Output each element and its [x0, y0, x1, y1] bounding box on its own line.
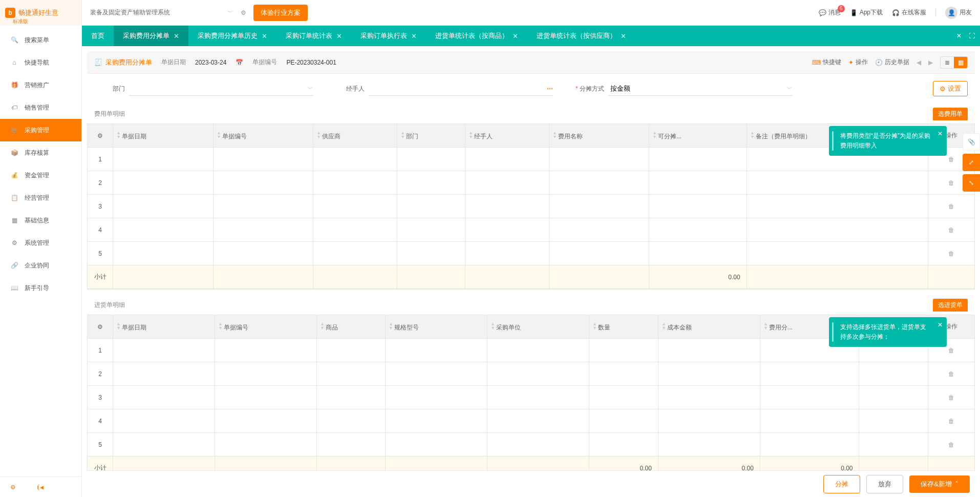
cell[interactable] [214, 171, 314, 195]
cell[interactable] [747, 218, 928, 242]
cell[interactable] [658, 409, 760, 433]
column-header[interactable]: 部门 [397, 124, 465, 148]
expand-icon[interactable]: ⤢ [963, 154, 980, 171]
cell[interactable] [658, 433, 760, 457]
cell[interactable] [465, 171, 549, 195]
delete-icon[interactable]: 🗑 [932, 418, 970, 425]
sort-icon[interactable] [653, 131, 656, 139]
sort-icon[interactable] [751, 131, 754, 139]
delete-icon[interactable]: 🗑 [932, 347, 970, 354]
prev-doc-icon[interactable]: ◀ [917, 59, 921, 66]
cell[interactable] [549, 218, 650, 242]
messages-button[interactable]: 💬 消息 6 [819, 8, 841, 17]
cell[interactable] [113, 242, 214, 265]
tab[interactable]: 进货单统计表（按商品）✕ [426, 26, 527, 46]
system-selector[interactable]: 装备及固定资产辅助管理系统 ﹀ [90, 8, 233, 17]
tab[interactable]: 采购费用分摊单✕ [114, 26, 188, 46]
cell[interactable] [760, 409, 860, 433]
sort-icon[interactable] [317, 131, 320, 139]
cell[interactable] [215, 362, 317, 386]
column-header[interactable]: 单据日期 [113, 315, 215, 339]
cell[interactable] [747, 195, 928, 218]
cell[interactable] [465, 195, 549, 218]
cell[interactable] [317, 386, 386, 409]
dept-input[interactable] [129, 81, 313, 96]
cell[interactable] [215, 339, 317, 362]
cell[interactable] [113, 171, 214, 195]
close-icon[interactable]: ✕ [336, 32, 342, 40]
close-icon[interactable]: ✕ [513, 32, 518, 40]
sidebar-item-cart[interactable]: 🛒采购管理 [0, 119, 81, 141]
cell[interactable] [487, 409, 589, 433]
cell[interactable] [313, 242, 397, 265]
fullscreen-icon[interactable]: ⛶ [969, 32, 975, 39]
more-icon[interactable]: ⋯ [547, 85, 553, 92]
table-row[interactable]: 4🗑 [88, 409, 974, 433]
cell[interactable] [465, 242, 549, 265]
close-icon[interactable]: ✕ [262, 32, 267, 40]
close-all-tabs-icon[interactable]: ✕ [956, 32, 962, 39]
cell[interactable] [386, 339, 487, 362]
cell[interactable] [215, 386, 317, 409]
allocate-button[interactable]: 分摊 [823, 475, 860, 493]
cell[interactable] [649, 148, 747, 171]
delete-icon[interactable]: 🗑 [932, 250, 970, 257]
cell[interactable] [487, 433, 589, 457]
online-service-button[interactable]: 🎧 在线客服 [892, 8, 926, 17]
sidebar-item-book[interactable]: 📖新手引导 [0, 277, 81, 299]
cell[interactable] [215, 433, 317, 457]
cell[interactable] [859, 409, 928, 433]
delete-icon[interactable]: 🗑 [932, 441, 970, 448]
column-header[interactable]: 商品 [317, 315, 386, 339]
sidebar-item-home[interactable]: ⌂快捷导航 [0, 51, 81, 74]
cell[interactable] [214, 218, 314, 242]
cell[interactable] [113, 386, 215, 409]
delete-icon[interactable]: 🗑 [932, 203, 970, 210]
cell[interactable] [549, 242, 650, 265]
tab[interactable]: 采购费用分摊单历史✕ [188, 26, 276, 46]
cell[interactable] [487, 386, 589, 409]
sidebar-item-box[interactable]: 📦库存核算 [0, 141, 81, 164]
tab[interactable]: 采购订单统计表✕ [276, 26, 351, 46]
operate-button[interactable]: ✦操作 [848, 58, 868, 67]
cell[interactable] [589, 409, 658, 433]
cell[interactable] [589, 386, 658, 409]
column-header[interactable]: 单据编号 [215, 315, 317, 339]
save-and-new-button[interactable]: 保存&新增 ˄ [909, 475, 970, 493]
close-icon[interactable]: ✕ [621, 32, 626, 40]
cell[interactable] [397, 195, 465, 218]
close-icon[interactable]: ✕ [174, 32, 179, 40]
handler-input[interactable] [369, 81, 553, 96]
cell[interactable] [113, 218, 214, 242]
cell[interactable] [113, 409, 215, 433]
cell[interactable] [859, 362, 928, 386]
cell[interactable] [549, 171, 650, 195]
chevron-down-icon[interactable]: ﹀ [786, 85, 793, 93]
cell[interactable] [649, 242, 747, 265]
cell[interactable] [487, 362, 589, 386]
table-row[interactable]: 3🗑 [88, 195, 974, 218]
table-row[interactable]: 3🗑 [88, 386, 974, 409]
table-row[interactable]: 4🗑 [88, 218, 974, 242]
cell[interactable] [386, 386, 487, 409]
close-icon[interactable]: ✕ [938, 320, 943, 330]
column-header[interactable]: 供应商 [313, 124, 397, 148]
settings-icon[interactable]: ⚙ [10, 484, 16, 491]
table-row[interactable]: 2🗑 [88, 362, 974, 386]
sidebar-item-wallet[interactable]: 💰资金管理 [0, 164, 81, 187]
column-header[interactable]: 单据编号 [214, 124, 314, 148]
cell[interactable] [313, 218, 397, 242]
sort-icon[interactable] [219, 322, 222, 330]
cell[interactable] [658, 386, 760, 409]
delete-icon[interactable]: 🗑 [932, 370, 970, 378]
cell[interactable] [747, 171, 928, 195]
sidebar-item-gift[interactable]: 🎁营销推广 [0, 74, 81, 96]
select-expense-button[interactable]: 选费用单 [933, 108, 968, 120]
tab[interactable]: 首页 [82, 26, 114, 46]
shortcut-button[interactable]: ⌨快捷键 [812, 58, 841, 67]
cell[interactable] [214, 195, 314, 218]
sort-icon[interactable] [117, 322, 120, 330]
cell[interactable] [113, 362, 215, 386]
sort-icon[interactable] [553, 131, 556, 139]
cell[interactable] [649, 195, 747, 218]
